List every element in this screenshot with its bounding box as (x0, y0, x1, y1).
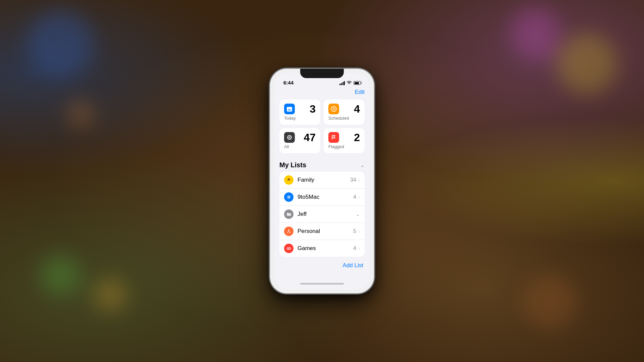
games-icon (284, 244, 293, 253)
personal-count: 5 (353, 228, 356, 235)
svg-point-10 (288, 197, 289, 198)
all-card[interactable]: 47 All (279, 128, 320, 153)
family-count: 34 (350, 177, 356, 183)
list-item-jeff[interactable]: Jeff ⌄ (279, 206, 365, 223)
phone-wrapper: 6:44 (270, 69, 374, 293)
9to5mac-icon (284, 192, 293, 202)
bokeh-6 (523, 275, 577, 328)
today-label: Today (284, 116, 316, 121)
phone-device: 6:44 (270, 69, 374, 293)
bokeh-2 (510, 7, 560, 57)
games-chevron-icon: › (358, 246, 360, 251)
all-label: All (284, 144, 316, 149)
9to5mac-chevron-icon: › (358, 194, 360, 200)
jeff-name: Jeff (298, 211, 356, 218)
scheduled-label: Scheduled (328, 116, 360, 121)
flagged-count: 2 (354, 132, 360, 143)
list-item-family[interactable]: Family 34 › (279, 172, 365, 189)
home-indicator (274, 278, 370, 289)
svg-point-7 (289, 137, 290, 138)
scheduled-count: 4 (354, 104, 360, 114)
flag-icon (328, 132, 339, 143)
main-content: Edit 31 (274, 87, 370, 278)
my-lists-section-header[interactable]: My Lists ⌄ (279, 157, 365, 172)
phone-notch (300, 69, 344, 78)
bokeh-3 (557, 34, 617, 94)
list-item-9to5mac[interactable]: 9to5Mac 4 › (279, 189, 365, 206)
9to5mac-name: 9to5Mac (298, 194, 353, 200)
svg-point-14 (289, 248, 290, 248)
family-icon (284, 175, 293, 185)
all-count: 47 (304, 132, 316, 143)
wifi-icon (346, 80, 352, 85)
today-card[interactable]: 31 3 Today (279, 100, 320, 125)
games-right: 4 › (353, 245, 360, 252)
inbox-icon (284, 132, 295, 143)
svg-text:31: 31 (288, 109, 291, 111)
status-time: 6:44 (283, 80, 293, 85)
lists-container: Family 34 › (279, 172, 365, 257)
calendar-icon: 31 (284, 104, 295, 114)
games-count: 4 (353, 245, 356, 252)
personal-right: 5 › (353, 228, 360, 235)
status-icons (339, 80, 362, 85)
personal-icon (284, 227, 293, 236)
jeff-expand-icon: ⌄ (356, 212, 360, 217)
svg-point-15 (290, 248, 290, 249)
personal-chevron-icon: › (358, 229, 360, 234)
family-right: 34 › (350, 177, 360, 183)
9to5mac-count: 4 (353, 194, 356, 200)
summary-grid: 31 3 Today (279, 100, 365, 153)
add-list-button[interactable]: Add List (343, 262, 363, 269)
flagged-label: Flagged (328, 144, 360, 149)
list-item-personal[interactable]: Personal 5 › (279, 223, 365, 240)
scheduled-card[interactable]: 4 Scheduled (324, 100, 365, 125)
jeff-folder-icon (284, 209, 293, 219)
edit-button[interactable]: Edit (355, 89, 365, 96)
svg-point-11 (288, 230, 289, 231)
family-chevron-icon: › (358, 177, 360, 183)
clock-icon (328, 104, 339, 114)
home-bar (300, 283, 344, 285)
list-item-games[interactable]: Games 4 › (279, 240, 365, 257)
signal-bars-icon (339, 81, 345, 85)
bokeh-7 (67, 101, 94, 127)
phone-screen: 6:44 (274, 73, 370, 289)
battery-icon (354, 81, 362, 85)
my-lists-title: My Lists (279, 161, 306, 169)
9to5mac-right: 4 › (353, 194, 360, 200)
add-list-row: Add List (279, 257, 365, 272)
games-name: Games (298, 245, 353, 252)
bokeh-4 (40, 255, 80, 295)
today-count: 3 (310, 104, 316, 114)
family-name: Family (298, 177, 350, 183)
my-lists-chevron-icon: ⌄ (360, 162, 365, 168)
edit-row: Edit (279, 87, 365, 100)
personal-name: Personal (298, 228, 353, 235)
bokeh-5 (94, 278, 127, 312)
bokeh-1 (27, 10, 94, 77)
flagged-card[interactable]: 2 Flagged (324, 128, 365, 153)
jeff-right: ⌄ (356, 212, 360, 217)
